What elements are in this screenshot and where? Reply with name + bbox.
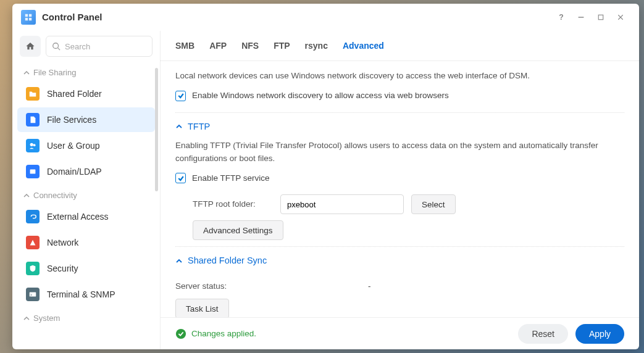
svg-rect-1	[29, 14, 31, 16]
discovery-checkbox-label: Enable Windows network discovery to allo…	[192, 89, 449, 102]
tab-advanced[interactable]: Advanced	[343, 41, 384, 54]
tftp-root-input[interactable]	[280, 194, 404, 214]
discovery-description: Local network devices can use Windows ne…	[175, 70, 624, 82]
folder-icon	[26, 87, 40, 101]
search-input[interactable]	[46, 36, 153, 57]
chevron-up-icon	[23, 193, 30, 199]
server-status-label: Server status:	[175, 280, 361, 293]
tftp-group-header[interactable]: TFTP	[175, 112, 624, 140]
window-title: Control Panel	[42, 12, 102, 22]
maximize-button[interactable]	[591, 7, 611, 27]
select-folder-button[interactable]: Select	[411, 194, 456, 214]
close-button[interactable]	[611, 7, 630, 27]
main-panel: SMB AFP NFS FTP rsync Advanced Local net…	[161, 31, 639, 349]
discovery-checkbox[interactable]	[175, 91, 186, 101]
svg-point-15	[176, 328, 186, 338]
sidebar-item-shared-folder[interactable]: Shared Folder	[17, 81, 155, 106]
minimize-button[interactable]	[571, 7, 591, 27]
id-icon	[26, 165, 40, 178]
sidebar-item-terminal-snmp[interactable]: Terminal & SNMP	[17, 282, 155, 307]
home-button[interactable]	[20, 36, 41, 57]
reset-button[interactable]: Reset	[518, 324, 568, 344]
section-file-sharing[interactable]: File Sharing	[12, 62, 160, 81]
titlebar: Control Panel ?	[12, 4, 639, 31]
svg-point-11	[30, 143, 33, 146]
chevron-up-icon	[175, 123, 183, 130]
tftp-enable-checkbox[interactable]	[175, 173, 186, 183]
sidebar-item-domain-ldap[interactable]: Domain/LDAP	[17, 159, 155, 184]
tftp-advanced-settings-button[interactable]: Advanced Settings	[193, 220, 283, 240]
svg-rect-0	[25, 14, 28, 16]
svg-text:?: ?	[559, 13, 563, 22]
section-system[interactable]: System	[12, 307, 160, 326]
server-status-value: -	[368, 280, 371, 293]
svg-rect-6	[598, 15, 603, 20]
svg-rect-3	[29, 17, 31, 20]
tab-nfs[interactable]: NFS	[241, 41, 259, 54]
shield-icon	[26, 262, 40, 275]
success-icon	[175, 328, 186, 339]
file-icon	[26, 113, 40, 127]
footer-bar: Changes applied. Reset Apply	[161, 317, 639, 349]
content-area: Local network devices can use Windows ne…	[161, 61, 639, 317]
svg-point-9	[53, 43, 59, 49]
network-icon	[26, 236, 40, 249]
chevron-up-icon	[175, 257, 183, 265]
sidebar-item-security[interactable]: Security	[17, 256, 155, 281]
status-message: Changes applied.	[175, 328, 256, 339]
link-icon	[26, 210, 40, 223]
terminal-icon	[26, 288, 40, 301]
svg-point-12	[33, 144, 36, 146]
sidebar-item-network[interactable]: Network	[17, 230, 155, 255]
tab-smb[interactable]: SMB	[175, 41, 194, 54]
chevron-up-icon	[23, 315, 30, 322]
tab-afp[interactable]: AFP	[209, 41, 227, 54]
tftp-enable-label: Enable TFTP service	[192, 172, 270, 185]
section-connectivity[interactable]: Connectivity	[12, 185, 160, 204]
sidebar-item-file-services[interactable]: File Services	[17, 107, 155, 132]
app-icon	[21, 10, 36, 25]
sidebar-item-user-group[interactable]: User & Group	[17, 133, 155, 158]
sidebar: File Sharing Shared Folder File Services…	[12, 31, 161, 349]
svg-rect-2	[25, 17, 28, 20]
svg-line-10	[58, 48, 61, 51]
tftp-root-label: TFTP root folder:	[193, 198, 273, 210]
sfs-group-header[interactable]: Shared Folder Sync	[175, 246, 624, 274]
tab-rsync[interactable]: rsync	[305, 41, 328, 54]
tftp-description: Enabling TFTP (Trivial File Transfer Pro…	[175, 139, 624, 165]
tab-bar: SMB AFP NFS FTP rsync Advanced	[161, 31, 639, 61]
apply-button[interactable]: Apply	[575, 324, 624, 344]
sidebar-scrollbar[interactable]	[155, 68, 158, 191]
svg-rect-14	[30, 293, 36, 297]
sidebar-item-external-access[interactable]: External Access	[17, 204, 155, 229]
svg-rect-13	[30, 170, 36, 174]
tab-ftp[interactable]: FTP	[274, 41, 290, 54]
chevron-up-icon	[23, 70, 30, 76]
control-panel-window: Control Panel ? File Sharing	[12, 4, 639, 349]
search-icon	[52, 42, 61, 51]
task-list-button[interactable]: Task List	[175, 299, 229, 317]
users-icon	[26, 139, 40, 152]
help-button[interactable]: ?	[551, 7, 571, 27]
